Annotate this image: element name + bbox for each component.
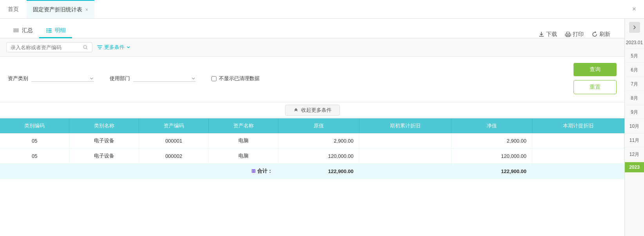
content-area: 汇总 明细	[0, 19, 644, 236]
sidebar-month-8[interactable]: 8月	[625, 92, 644, 105]
filter-row: 资产类别 使用部门	[8, 63, 617, 94]
sidebar-month-12[interactable]: 12月	[625, 148, 644, 161]
more-conditions-button[interactable]: 更多条件	[97, 44, 131, 51]
svg-rect-9	[539, 36, 544, 37]
sidebar-year-badge[interactable]: 2023	[625, 162, 644, 173]
filter-icon	[97, 45, 103, 50]
print-label: 打印	[573, 31, 584, 38]
total-icon: ⊞	[251, 168, 256, 174]
hide-cleared-checkbox-item: 不显示已清理数据	[211, 75, 260, 82]
department-select[interactable]	[133, 75, 189, 81]
chevron-up-icon	[293, 107, 299, 113]
col-current-period: 本期计提折旧	[532, 118, 624, 133]
cell-net-value: 120,000.00	[451, 148, 532, 164]
department-label: 使用部门	[110, 75, 130, 82]
search-bar: 更多条件	[0, 38, 624, 57]
cell-original-value: 120,000.00	[278, 148, 359, 164]
refresh-button[interactable]: 刷新	[592, 31, 610, 38]
col-asset-name: 资产名称	[209, 118, 278, 133]
sidebar-expand-button[interactable]	[629, 22, 640, 33]
reset-button[interactable]: 重置	[574, 80, 617, 94]
nav-tab-active[interactable]: 固定资产折旧统计表 ×	[27, 0, 94, 18]
search-input-wrap[interactable]	[6, 42, 92, 52]
more-conditions-label: 更多条件	[104, 44, 124, 51]
sub-tabs-bar: 汇总 明细	[0, 19, 624, 38]
table-wrap: 类别编码 类别名称 资产编码 资产名称 原值 期初累计折旧 净值 本期计提折旧 …	[0, 118, 624, 236]
collapse-label: 收起更多条件	[301, 107, 332, 114]
download-icon	[538, 31, 545, 38]
cell-original-value: 2,900.00	[278, 133, 359, 148]
sidebar-month-10[interactable]: 10月	[625, 120, 644, 133]
cell-accum-dep	[359, 148, 451, 164]
svg-rect-0	[13, 31, 19, 32]
svg-rect-10	[566, 32, 570, 34]
svg-point-7	[47, 32, 48, 33]
table-header-row: 类别编码 类别名称 资产编码 资产名称 原值 期初累计折旧 净值 本期计提折旧	[0, 118, 624, 133]
cell-net-value: 2,900.00	[451, 133, 532, 148]
collapse-button[interactable]: 收起更多条件	[285, 105, 340, 116]
svg-point-3	[47, 29, 48, 30]
asset-category-select-wrap[interactable]	[31, 75, 94, 82]
sidebar-month-11[interactable]: 11月	[625, 134, 644, 147]
col-original-value: 原值	[278, 118, 359, 133]
col-net-value: 净值	[451, 118, 532, 133]
cell-cat-code: 05	[0, 148, 69, 164]
tab-close-icon[interactable]: ×	[85, 7, 88, 13]
hide-cleared-checkbox[interactable]	[211, 76, 216, 81]
layers-icon	[13, 27, 20, 34]
search-icon	[83, 44, 88, 50]
nav-home[interactable]: 首页	[0, 0, 27, 18]
list-icon	[45, 27, 52, 34]
col-category-name: 类别名称	[69, 118, 139, 133]
sidebar-date: 2023.01	[625, 37, 644, 49]
search-input[interactable]	[11, 45, 79, 50]
department-filter: 使用部门	[110, 75, 196, 82]
sidebar-month-9[interactable]: 9月	[625, 106, 644, 119]
asset-category-label: 资产类别	[8, 75, 28, 82]
download-label: 下载	[546, 31, 557, 38]
cell-asset-name: 电脑	[209, 133, 278, 148]
chevron-down-dept-icon	[191, 76, 196, 81]
right-sidebar: 2023.01 5月 6月 7月 8月 9月 10月 11月 12月 2023	[624, 19, 644, 236]
filter-panel: 资产类别 使用部门	[0, 57, 624, 102]
cell-asset-code: 000001	[139, 133, 209, 148]
window-close-button[interactable]: ×	[624, 5, 644, 13]
total-accum-dep	[359, 164, 451, 179]
toolbar-actions: 下载 打印 刷新	[538, 31, 618, 38]
sidebar-month-7[interactable]: 7月	[625, 78, 644, 91]
tab-detail-label: 明细	[55, 27, 66, 34]
total-original-value: 122,900.00	[278, 164, 359, 179]
top-nav: 首页 固定资产折旧统计表 × ×	[0, 0, 644, 19]
cell-current-period	[532, 133, 624, 148]
svg-rect-1	[13, 30, 19, 31]
chevron-down-small-icon	[89, 76, 94, 81]
download-button[interactable]: 下载	[538, 31, 557, 38]
asset-category-select[interactable]	[31, 75, 88, 81]
print-icon	[565, 31, 571, 38]
cell-asset-code: 000002	[139, 148, 209, 164]
cell-cat-name: 电子设备	[69, 148, 139, 164]
query-button[interactable]: 查询	[574, 63, 617, 76]
tab-summary[interactable]: 汇总	[6, 24, 39, 38]
cell-cat-code: 05	[0, 133, 69, 148]
sidebar-month-5[interactable]: 5月	[625, 50, 644, 63]
print-button[interactable]: 打印	[565, 31, 584, 38]
cell-current-period	[532, 148, 624, 164]
tab-detail[interactable]: 明细	[39, 24, 72, 38]
svg-rect-8	[48, 32, 52, 32]
cell-asset-name: 电脑	[209, 148, 278, 164]
col-accumulated-depreciation: 期初累计折旧	[359, 118, 451, 133]
hide-cleared-label: 不显示已清理数据	[219, 75, 260, 82]
table-total-row: ⊞合计： 122,900.00 122,900.00	[0, 164, 624, 179]
department-select-wrap[interactable]	[133, 75, 196, 82]
main-panel: 汇总 明细	[0, 19, 624, 236]
table-row: 05 电子设备 000001 电脑 2,900.00 2,900.00	[0, 133, 624, 148]
filter-buttons: 查询 重置	[574, 63, 617, 94]
asset-category-filter: 资产类别	[8, 75, 94, 82]
sidebar-month-6[interactable]: 6月	[625, 64, 644, 77]
total-label: ⊞合计：	[0, 164, 278, 179]
collapse-bar: 收起更多条件	[0, 102, 624, 118]
col-category-code: 类别编码	[0, 118, 69, 133]
svg-rect-6	[48, 30, 52, 31]
svg-rect-2	[13, 29, 19, 30]
